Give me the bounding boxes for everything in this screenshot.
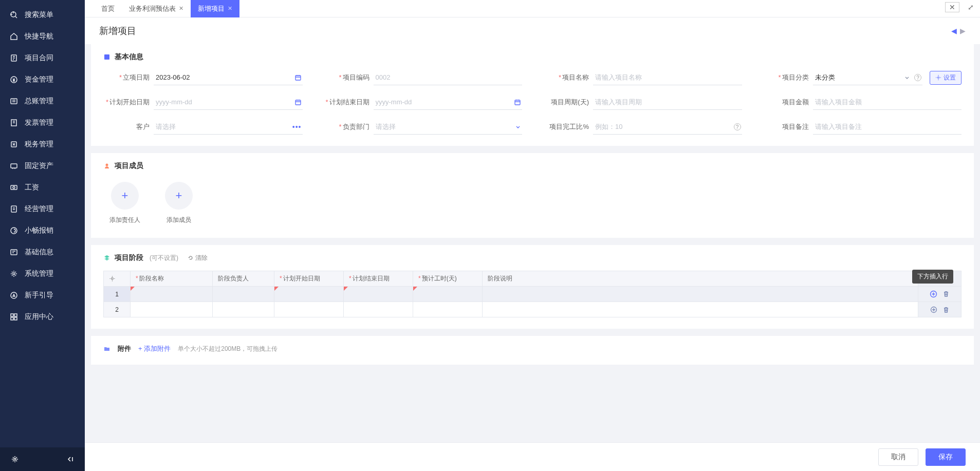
calendar-icon[interactable] — [514, 99, 521, 106]
input-amount[interactable] — [813, 95, 962, 110]
help-icon[interactable]: ? — [914, 74, 921, 81]
cell-phase-hours[interactable] — [413, 287, 483, 302]
label-remark: 项目备注 — [763, 122, 813, 131]
sidebar-item-label: 税务管理 — [25, 140, 53, 149]
input-progress[interactable] — [593, 119, 742, 135]
delete-row-icon[interactable] — [942, 290, 950, 298]
main: ✕ ⤢ 首页 业务利润预估表 ✕ 新增项目 ✕ 新增项目 ◀ ▶ — [85, 0, 980, 471]
cell-phase-end[interactable] — [344, 302, 413, 317]
document-icon — [9, 53, 19, 63]
sidebar-item-contract[interactable]: 项目合同 — [0, 47, 85, 69]
sidebar-footer — [0, 447, 85, 471]
chevron-down-icon[interactable] — [515, 124, 521, 130]
invoice-icon — [9, 118, 19, 127]
asset-icon — [9, 161, 19, 171]
svg-rect-9 — [11, 206, 16, 212]
table-row[interactable]: 1 — [104, 287, 961, 302]
sidebar-item-ledger[interactable]: 总账管理 — [0, 90, 85, 112]
prev-record-icon[interactable]: ◀ — [951, 27, 957, 35]
label-create-date: *立项日期 — [103, 73, 154, 82]
sidebar-item-business[interactable]: 经营管理 — [0, 198, 85, 220]
help-icon[interactable]: ? — [734, 123, 741, 130]
label-plan-start: *计划开始日期 — [103, 98, 154, 107]
sidebar-item-basicinfo[interactable]: 基础信息 — [0, 241, 85, 263]
sidebar-item-quicknav[interactable]: 快捷导航 — [0, 26, 85, 47]
svg-point-10 — [11, 228, 17, 234]
people-icon — [103, 162, 110, 169]
tab-new-project[interactable]: 新增项目 ✕ — [191, 0, 239, 17]
sidebar-item-search[interactable]: 搜索菜单 — [0, 4, 85, 26]
sidebar-item-apps[interactable]: 应用中心 — [0, 306, 85, 328]
sidebar-item-reimburse[interactable]: 小畅报销 — [0, 220, 85, 241]
calendar-icon[interactable] — [294, 99, 302, 106]
sidebar-item-tax[interactable]: 税务管理 — [0, 134, 85, 155]
sidebar-item-label: 资金管理 — [25, 75, 53, 84]
chevron-down-icon[interactable]: ? — [904, 74, 921, 81]
content-scroll[interactable]: 基本信息 *立项日期 *项目编码 — [85, 44, 980, 442]
select-dept[interactable] — [374, 119, 523, 135]
phase-table-header: *阶段名称 阶段负责人 *计划开始日期 *计划结束日期 *预计工时(天) 阶段说… — [104, 271, 961, 287]
add-owner-button[interactable]: + 添加责任人 — [109, 182, 140, 224]
field-create-date: *立项日期 — [103, 70, 303, 85]
select-customer[interactable] — [154, 119, 303, 135]
column-config-button[interactable] — [104, 271, 131, 287]
settings-icon[interactable] — [10, 455, 20, 464]
cell-phase-end[interactable] — [344, 287, 413, 302]
close-icon[interactable]: ✕ — [179, 5, 183, 12]
add-owner-label: 添加责任人 — [109, 216, 140, 224]
sidebar: 搜索菜单 快捷导航 项目合同 资金管理 总账管理 发票管理 税务管理 固定资产 — [0, 0, 85, 471]
label-customer: 客户 — [103, 122, 154, 131]
input-create-date[interactable] — [154, 70, 303, 85]
window-controls: ✕ ⤢ — [943, 0, 980, 14]
cell-phase-owner[interactable] — [213, 302, 274, 317]
sidebar-item-label: 系统管理 — [25, 269, 53, 278]
sidebar-item-guide[interactable]: 新手引导 — [0, 285, 85, 306]
input-name[interactable] — [593, 70, 742, 85]
cell-phase-desc[interactable] — [483, 287, 918, 302]
cell-phase-start[interactable] — [274, 287, 344, 302]
add-attachment-button[interactable]: + 添加附件 — [138, 344, 171, 353]
input-period[interactable] — [593, 95, 742, 110]
members-card: 项目成员 + 添加责任人 + 添加成员 — [91, 153, 974, 238]
input-code[interactable] — [374, 70, 523, 85]
sidebar-item-invoice[interactable]: 发票管理 — [0, 112, 85, 134]
insert-row-below-icon[interactable] — [930, 306, 937, 313]
cell-phase-owner[interactable] — [213, 287, 274, 302]
cancel-button[interactable]: 取消 — [878, 448, 918, 466]
form-grid: *立项日期 *项目编码 *项目名称 — [103, 70, 961, 135]
svg-rect-19 — [104, 54, 109, 60]
window-expand-button[interactable]: ⤢ — [964, 2, 978, 12]
category-settings-button[interactable]: 设置 — [930, 71, 961, 85]
sidebar-item-asset[interactable]: 固定资产 — [0, 155, 85, 177]
more-icon[interactable]: ••• — [292, 123, 302, 131]
input-plan-start[interactable] — [154, 95, 303, 110]
cell-phase-desc[interactable] — [483, 302, 918, 317]
ledger-icon — [9, 97, 19, 106]
sidebar-item-system[interactable]: 系统管理 — [0, 263, 85, 285]
sidebar-item-funds[interactable]: 资金管理 — [0, 69, 85, 90]
col-phase-end: *计划结束日期 — [344, 271, 413, 287]
sidebar-item-salary[interactable]: 工资 — [0, 177, 85, 198]
tab-home[interactable]: 首页 — [94, 0, 122, 17]
collapse-icon[interactable] — [65, 455, 75, 464]
add-member-button[interactable]: + 添加成员 — [165, 182, 193, 224]
field-category: *项目分类 ? 设置 — [763, 70, 962, 85]
cell-phase-name[interactable] — [131, 287, 213, 302]
close-icon[interactable]: ✕ — [228, 5, 232, 12]
cell-phase-hours[interactable] — [413, 302, 483, 317]
window-close-button[interactable]: ✕ — [945, 2, 959, 12]
field-plan-start: *计划开始日期 — [103, 95, 303, 110]
delete-row-icon[interactable] — [942, 306, 950, 313]
tab-profit-estimate[interactable]: 业务利润预估表 ✕ — [122, 0, 191, 17]
cell-phase-name[interactable] — [131, 302, 213, 317]
insert-row-below-icon[interactable] — [930, 290, 937, 298]
next-record-icon[interactable]: ▶ — [960, 27, 966, 35]
table-row[interactable]: 2 — [104, 302, 961, 317]
save-button[interactable]: 保存 — [926, 448, 966, 466]
phase-clear-button[interactable]: 清除 — [188, 254, 208, 262]
cell-phase-start[interactable] — [274, 302, 344, 317]
input-plan-end[interactable] — [374, 95, 523, 110]
input-remark[interactable] — [813, 119, 962, 135]
calendar-icon[interactable] — [294, 74, 302, 81]
tabs: 首页 业务利润预估表 ✕ 新增项目 ✕ — [85, 0, 980, 17]
